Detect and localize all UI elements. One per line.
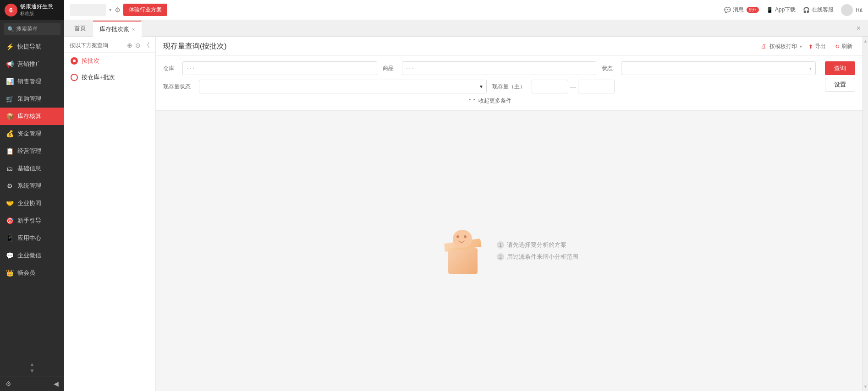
sidebar-item-purchase[interactable]: 🛒 采购管理: [0, 90, 64, 108]
tip-num-2: 2: [497, 253, 504, 261]
stock-amount-max[interactable]: [578, 80, 615, 93]
settings-scheme-btn[interactable]: ⊙: [135, 42, 141, 49]
marketing-icon: 📢: [5, 60, 14, 68]
enterprise-icon: 🤝: [5, 199, 14, 207]
user-avatar: [841, 4, 853, 16]
sidebar-item-quick-nav[interactable]: ⚡ 快捷导航: [0, 38, 64, 55]
sidebar-item-label: 新手引导: [17, 217, 41, 225]
collapse-panel-btn[interactable]: 《: [143, 41, 150, 49]
sidebar-item-label: 经营管理: [17, 147, 41, 155]
export-btn[interactable]: ⬆ 导出: [806, 41, 829, 52]
stock-status-label: 现存量状态: [163, 83, 196, 91]
newbie-icon: 🎯: [5, 217, 14, 225]
sidebar-item-weixin[interactable]: 💬 企业微信: [0, 247, 64, 264]
empty-tip-2: 2 用过滤条件来缩小分析范围: [497, 253, 578, 261]
filter-item-by-batch[interactable]: 按批次: [64, 53, 155, 69]
app-info: 畅康通好生意 标准版: [20, 3, 53, 17]
filter-panel: 按以下方案查询 ⊕ ⊙ 《 按批次 按仓库+批次: [64, 37, 156, 391]
system-icon: ⚙: [5, 182, 14, 190]
add-scheme-btn[interactable]: ⊕: [127, 42, 132, 49]
search-menu[interactable]: 🔍 搜索菜单: [4, 23, 60, 35]
search-row-1: 仓库 ··· 商品 ···: [163, 61, 816, 75]
sidebar-item-app-center[interactable]: 📱 应用中心: [0, 229, 64, 247]
basics-icon: 🗂: [5, 164, 14, 173]
sidebar-item-enterprise[interactable]: 🤝 企业协同: [0, 195, 64, 212]
scroll-up-arrow[interactable]: ▲: [29, 361, 35, 368]
status-field: 状态 ▾: [602, 61, 816, 75]
print-dropdown[interactable]: 🖨 按模板打印 ▾: [761, 43, 802, 50]
warehouse-placeholder: ···: [187, 64, 195, 72]
tab-bar: 首页 库存批次账 × ×: [64, 20, 868, 37]
filter-item-by-warehouse-batch-label: 按仓库+批次: [82, 73, 115, 81]
warehouse-label: 仓库: [163, 65, 180, 72]
sidebar-nav: ⚡ 快捷导航 📢 营销推广 📊 销售管理 🛒 采购管理 📦 库存核算 💰 资金管…: [0, 38, 64, 359]
online-service-group[interactable]: 🎧 在线客服: [803, 6, 834, 14]
tip-text-2: 用过滤条件来缩小分析范围: [507, 253, 578, 261]
print-chevron-icon: ▾: [800, 44, 802, 49]
refresh-icon: ↻: [835, 43, 840, 50]
sidebar-item-label: 资金管理: [17, 130, 41, 138]
sidebar-item-newbie[interactable]: 🎯 新手引导: [0, 212, 64, 229]
sidebar-item-label: 系统管理: [17, 182, 41, 190]
top-header: ▾ ⚙ 体验行业方案 💬 消息 99+ 📱 App下载 🎧 在线客服 Rit: [64, 0, 868, 20]
notification-label: 消息: [733, 6, 744, 14]
stock-amount-field: 现存量（主） —: [492, 80, 816, 93]
sidebar-item-basics[interactable]: 🗂 基础信息: [0, 160, 64, 177]
query-btn[interactable]: 查询: [825, 61, 855, 75]
goods-input[interactable]: ···: [402, 61, 597, 75]
gear-button[interactable]: ⚙: [115, 6, 121, 14]
scroll-down-arrow[interactable]: ▼: [29, 368, 35, 374]
finance-icon: 💰: [5, 130, 14, 138]
main-area: ▾ ⚙ 体验行业方案 💬 消息 99+ 📱 App下载 🎧 在线客服 Rit: [64, 0, 868, 391]
empty-tips: 1 请先选择要分析的方案 2 用过滤条件来缩小分析范围: [497, 241, 578, 261]
experience-btn[interactable]: 体验行业方案: [123, 4, 167, 16]
quick-nav-icon: ⚡: [5, 43, 14, 51]
online-service-label: 在线客服: [812, 6, 834, 14]
filter-item-by-batch-label: 按批次: [82, 57, 99, 65]
stock-amount-label: 现存量（主）: [492, 83, 529, 91]
refresh-btn[interactable]: ↻ 刷新: [832, 41, 855, 52]
sidebar-item-member[interactable]: 👑 畅会员: [0, 264, 64, 282]
right-scrollbar[interactable]: ▲ ▼: [863, 37, 868, 391]
status-input[interactable]: ▾: [621, 61, 816, 75]
inventory-icon: 📦: [5, 112, 14, 120]
tab-close-icon[interactable]: ×: [132, 27, 135, 32]
app-download-group[interactable]: 📱 App下载: [766, 6, 796, 14]
stock-status-select[interactable]: ▾: [199, 80, 487, 93]
collapse-label: 收起更多条件: [478, 97, 511, 105]
notification-group[interactable]: 💬 消息 99+: [724, 6, 759, 14]
empty-state-content: 1 请先选择要分析的方案 2 用过滤条件来缩小分析范围: [440, 228, 578, 274]
goods-label: 商品: [383, 65, 399, 72]
member-icon: 👑: [5, 269, 14, 277]
weixin-icon: 💬: [5, 251, 14, 260]
filter-dot-inner: [73, 60, 76, 62]
status-chevron-icon: ▾: [809, 66, 812, 71]
user-info[interactable]: Rit: [841, 4, 863, 16]
sidebar-item-operations[interactable]: 📋 经营管理: [0, 142, 64, 160]
warehouse-input[interactable]: ···: [182, 61, 377, 75]
collapse-conditions-btn[interactable]: ⌃⌃ 收起更多条件: [467, 97, 511, 105]
export-icon: ⬆: [808, 43, 813, 50]
settings-btn[interactable]: 设置: [825, 78, 855, 92]
warehouse-field: 仓库 ···: [163, 61, 377, 75]
search-area: 仓库 ··· 商品 ···: [156, 56, 863, 111]
stock-amount-min[interactable]: [532, 80, 568, 93]
export-label: 导出: [815, 43, 826, 50]
sidebar-item-label: 采购管理: [17, 95, 41, 103]
tip-text-1: 请先选择要分析的方案: [507, 241, 566, 249]
sidebar-item-finance[interactable]: 💰 资金管理: [0, 125, 64, 142]
sidebar-item-inventory[interactable]: 📦 库存核算: [0, 108, 64, 125]
print-label: 按模板打印: [769, 43, 797, 50]
sidebar-item-sales[interactable]: 📊 销售管理: [0, 73, 64, 90]
stock-status-field: 现存量状态 ▾: [163, 80, 487, 93]
sidebar-item-system[interactable]: ⚙ 系统管理: [0, 177, 64, 195]
filter-item-by-warehouse-batch[interactable]: 按仓库+批次: [64, 69, 155, 86]
settings-icon[interactable]: ⚙: [5, 380, 11, 387]
sidebar-item-marketing[interactable]: 📢 营销推广: [0, 55, 64, 73]
breadcrumb-input[interactable]: [70, 4, 106, 16]
collapse-sidebar-icon[interactable]: ◀: [54, 380, 59, 387]
tab-inventory-batch[interactable]: 库存批次账 ×: [93, 21, 142, 37]
tab-home[interactable]: 首页: [68, 20, 93, 37]
tip-num-1: 1: [497, 241, 504, 249]
tab-bar-close-btn[interactable]: ×: [853, 24, 864, 33]
